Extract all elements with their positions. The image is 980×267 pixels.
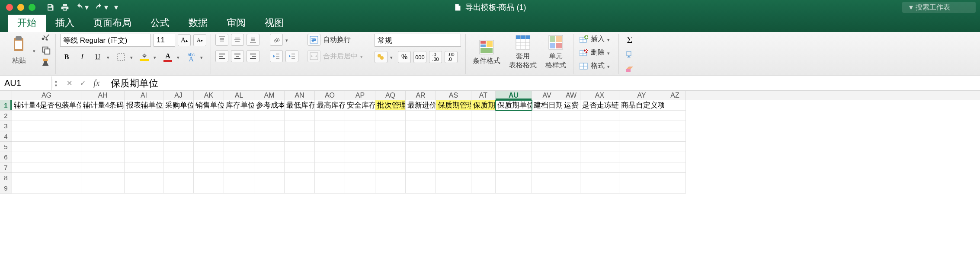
cell-AO6[interactable]	[315, 152, 345, 162]
row-header-6[interactable]: 6	[0, 152, 12, 162]
cell-AU7[interactable]	[496, 162, 532, 173]
cell-AZ1[interactable]	[664, 100, 686, 111]
cell-AZ9[interactable]	[664, 183, 686, 194]
align-top-icon[interactable]	[215, 34, 228, 46]
cell-AU9[interactable]	[496, 183, 532, 194]
comma-icon[interactable]: 000	[413, 51, 426, 63]
cell-AP2[interactable]	[345, 111, 375, 121]
cell-AY4[interactable]	[619, 131, 664, 142]
cell-AM5[interactable]	[254, 142, 285, 152]
cell-AV4[interactable]	[532, 131, 562, 142]
increase-decimal-icon[interactable]: .0.00	[429, 51, 442, 63]
cell-AM6[interactable]	[254, 152, 285, 162]
cell-AL9[interactable]	[224, 183, 254, 194]
cell-AQ1[interactable]: 批次管理	[375, 100, 406, 111]
cell-AX1[interactable]: 是否走冻链	[580, 100, 619, 111]
cell-AV5[interactable]	[532, 142, 562, 152]
row-header-3[interactable]: 3	[0, 121, 12, 131]
cell-AV6[interactable]	[532, 152, 562, 162]
cell-AU2[interactable]	[496, 111, 532, 121]
cell-AK7[interactable]	[194, 162, 224, 173]
cell-AM4[interactable]	[254, 131, 285, 142]
cell-AG8[interactable]	[12, 173, 81, 183]
cell-AO4[interactable]	[315, 131, 345, 142]
cell-AT6[interactable]	[471, 152, 496, 162]
cell-AZ3[interactable]	[664, 121, 686, 131]
font-name-select[interactable]	[60, 34, 151, 47]
search-input[interactable]	[916, 3, 972, 11]
cell-AN4[interactable]	[285, 131, 315, 142]
cell-AY9[interactable]	[619, 183, 664, 194]
decrease-indent-icon[interactable]	[270, 50, 283, 62]
col-header-AR[interactable]: AR	[406, 91, 436, 100]
cell-AS9[interactable]	[436, 183, 471, 194]
cell-AG9[interactable]	[12, 183, 81, 194]
col-header-AS[interactable]: AS	[436, 91, 471, 100]
name-box[interactable]	[0, 76, 52, 90]
cell-AK1[interactable]: 销售单位	[194, 100, 224, 111]
cell-AJ7[interactable]	[163, 162, 194, 173]
cell-AG7[interactable]	[12, 162, 81, 173]
percent-icon[interactable]: %	[398, 51, 411, 63]
cell-AJ8[interactable]	[163, 173, 194, 183]
print-icon[interactable]	[61, 3, 69, 12]
select-all-corner[interactable]	[0, 91, 12, 100]
cell-AT7[interactable]	[471, 162, 496, 173]
fill-color-dropdown[interactable]	[154, 53, 159, 61]
col-header-AI[interactable]: AI	[125, 91, 163, 100]
cell-AY1[interactable]: 商品自定义项	[619, 100, 664, 111]
col-header-AM[interactable]: AM	[254, 91, 285, 100]
cell-AU3[interactable]	[496, 121, 532, 131]
cell-AS2[interactable]	[436, 111, 471, 121]
cell-AT4[interactable]	[471, 131, 496, 142]
col-header-AO[interactable]: AO	[315, 91, 345, 100]
cell-AZ5[interactable]	[664, 142, 686, 152]
maximize-window[interactable]	[29, 4, 35, 11]
tab-插入[interactable]: 插入	[46, 13, 84, 32]
phonetic-dropdown[interactable]	[200, 53, 205, 61]
cell-AH2[interactable]	[81, 111, 125, 121]
cell-AO5[interactable]	[315, 142, 345, 152]
fill-icon[interactable]	[623, 48, 636, 60]
col-header-AW[interactable]: AW	[562, 91, 580, 100]
tab-数据[interactable]: 数据	[179, 13, 217, 32]
cell-AX2[interactable]	[580, 111, 619, 121]
cell-AZ6[interactable]	[664, 152, 686, 162]
cell-AW3[interactable]	[562, 121, 580, 131]
orientation-dropdown[interactable]	[285, 36, 291, 44]
copy-icon[interactable]	[42, 46, 51, 55]
cell-AS4[interactable]	[436, 131, 471, 142]
row-header-5[interactable]: 5	[0, 142, 12, 152]
cell-AN1[interactable]: 最低库存	[285, 100, 315, 111]
conditional-formatting-button[interactable]: 条件格式	[470, 38, 503, 67]
cell-AP4[interactable]	[345, 131, 375, 142]
cell-AJ6[interactable]	[163, 152, 194, 162]
increase-indent-icon[interactable]	[285, 50, 298, 62]
cell-AM9[interactable]	[254, 183, 285, 194]
cell-AN3[interactable]	[285, 121, 315, 131]
formula-input[interactable]	[106, 78, 980, 89]
align-center-icon[interactable]	[231, 50, 244, 62]
row-header-7[interactable]: 7	[0, 162, 12, 173]
tab-开始[interactable]: 开始	[8, 13, 46, 32]
cell-AR1[interactable]: 最新进价	[406, 100, 436, 111]
col-header-AQ[interactable]: AQ	[375, 91, 406, 100]
undo-icon[interactable]: ▾	[75, 3, 89, 12]
cell-AI8[interactable]	[125, 173, 163, 183]
col-header-AU[interactable]: AU	[496, 91, 532, 100]
cell-AN2[interactable]	[285, 111, 315, 121]
cell-AJ9[interactable]	[163, 183, 194, 194]
cell-AH8[interactable]	[81, 173, 125, 183]
paste-button[interactable]: 粘贴	[9, 35, 29, 66]
cell-AJ5[interactable]	[163, 142, 194, 152]
cell-AW5[interactable]	[562, 142, 580, 152]
cell-AV8[interactable]	[532, 173, 562, 183]
underline-dropdown[interactable]	[107, 53, 112, 61]
row-header-9[interactable]: 9	[0, 183, 12, 194]
decrease-font-icon[interactable]: A▾	[193, 34, 206, 46]
cell-AL6[interactable]	[224, 152, 254, 162]
cell-AQ9[interactable]	[375, 183, 406, 194]
cell-AH5[interactable]	[81, 142, 125, 152]
cell-AU8[interactable]	[496, 173, 532, 183]
cell-AQ3[interactable]	[375, 121, 406, 131]
